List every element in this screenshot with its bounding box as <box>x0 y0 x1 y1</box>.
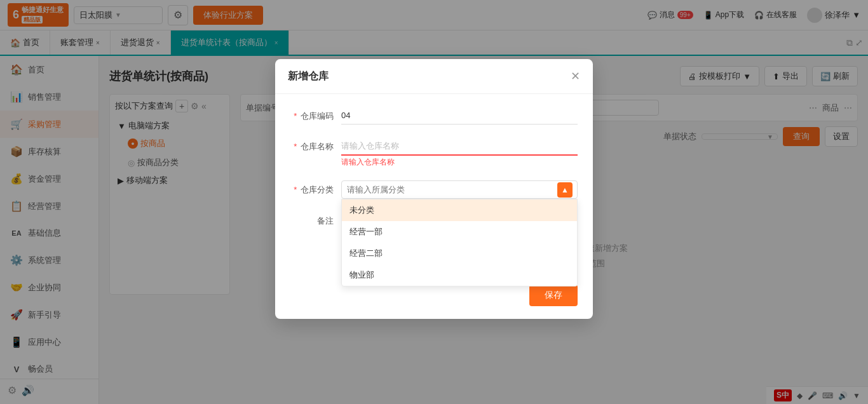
category-required: * <box>294 185 297 194</box>
save-button[interactable]: 保存 <box>529 285 578 306</box>
category-dropdown: 未分类 经营一部 经营二部 物业部 <box>341 199 578 286</box>
dropdown-item-dept2[interactable]: 经营二部 <box>342 243 577 264</box>
form-row-code: * 仓库编码 <box>290 107 578 125</box>
form-row-category: * 仓库分类 ▲ 未分类 经营一部 经营二部 物业部 <box>290 180 578 199</box>
new-warehouse-modal: 新增仓库 ✕ * 仓库编码 * 仓库名称 请输入仓库名称 <box>275 59 593 319</box>
category-field: ▲ 未分类 经营一部 经营二部 物业部 <box>341 180 578 199</box>
modal-close-button[interactable]: ✕ <box>571 69 580 83</box>
name-input[interactable] <box>341 137 578 156</box>
code-label: * 仓库编码 <box>290 107 341 122</box>
category-input[interactable] <box>341 180 578 199</box>
dropdown-item-unclassified[interactable]: 未分类 <box>342 199 577 221</box>
modal-header: 新增仓库 ✕ <box>275 59 593 94</box>
modal-body: * 仓库编码 * 仓库名称 请输入仓库名称 * 仓库分类 <box>275 94 593 277</box>
name-field: 请输入仓库名称 <box>341 137 578 168</box>
code-required: * <box>294 111 297 121</box>
category-expand-icon[interactable]: ▲ <box>557 182 573 198</box>
form-row-name: * 仓库名称 请输入仓库名称 <box>290 137 578 168</box>
category-label: * 仓库分类 <box>290 180 341 196</box>
dropdown-item-dept3[interactable]: 物业部 <box>342 264 577 286</box>
modal-title: 新增仓库 <box>288 70 329 83</box>
name-label: * 仓库名称 <box>290 137 341 152</box>
note-label: 备注 <box>290 212 341 227</box>
dropdown-item-dept1[interactable]: 经营一部 <box>342 221 577 243</box>
code-field <box>341 107 578 125</box>
name-error-message: 请输入仓库名称 <box>341 157 578 168</box>
name-required: * <box>294 142 297 151</box>
code-input[interactable] <box>341 107 578 125</box>
